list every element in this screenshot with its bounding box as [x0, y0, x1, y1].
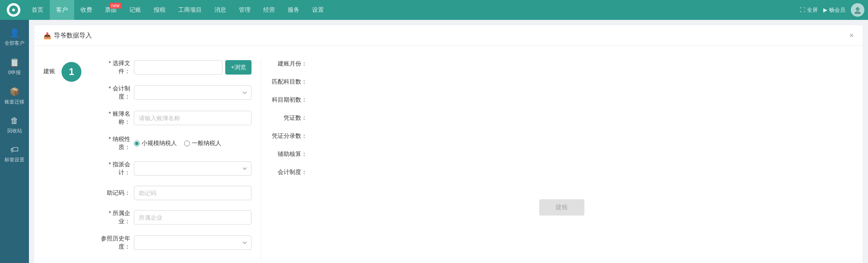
accounting-system-value: [311, 168, 854, 177]
account-system-label: * 会计制度：: [98, 85, 134, 101]
owner-company-label: * 所属企业：: [98, 209, 134, 225]
nav-item-message[interactable]: 消息: [208, 0, 232, 20]
nav-item-manage[interactable]: 管理: [232, 0, 257, 20]
account-system-select[interactable]: [134, 85, 251, 100]
assign-accountant-label: * 指派会计：: [98, 160, 134, 177]
tax-type-label: * 纳税性质：: [98, 135, 134, 151]
nav-item-home[interactable]: 首页: [25, 0, 50, 20]
voucher-count-value: [311, 113, 854, 122]
radio-small-taxpayer[interactable]: 小规模纳税人: [134, 139, 177, 147]
voucher-count-label: 凭证数：: [270, 114, 311, 122]
fullscreen-button[interactable]: ⛶ 全屏: [800, 6, 818, 14]
account-month-label: 建账月份：: [270, 60, 311, 68]
voucher-entries-value: [311, 132, 854, 141]
right-panel: 建账月份： 匹配科目数： 科目期初数： 凭证数：: [261, 59, 854, 260]
create-account-button[interactable]: 建账: [539, 199, 584, 216]
aux-accounting-value: [311, 150, 854, 159]
memo-code-row: 助记码：: [98, 186, 251, 200]
file-input[interactable]: [134, 60, 223, 75]
voucher-entries-row: 凭证分录数：: [270, 132, 854, 141]
panel-header: 📥 导爷数据导入 ×: [34, 25, 863, 46]
app-logo[interactable]: [4, 0, 24, 20]
match-subjects-row: 匹配科目数：: [270, 77, 854, 86]
tax-type-row: * 纳税性质： 小规模纳税人 一般纳税人: [98, 135, 251, 151]
sidebar-item-all-clients[interactable]: 👤 全部客户: [0, 23, 29, 51]
user-avatar[interactable]: [851, 3, 864, 17]
account-system-row: * 会计制度：: [98, 85, 251, 101]
radio-general-taxpayer[interactable]: 一般纳税人: [184, 139, 221, 147]
form-body: 建账 1 * 选择文件： +浏览: [34, 46, 863, 263]
svg-point-0: [856, 7, 859, 11]
member-button[interactable]: ▶ 畅会员: [823, 6, 845, 14]
subject-period-row: 科目期初数：: [270, 95, 854, 104]
nav-item-bookkeeping[interactable]: 记账: [123, 0, 147, 20]
account-name-row: * 账簿名称：: [98, 110, 251, 126]
memo-code-input[interactable]: [134, 186, 251, 200]
declaration-icon: 📋: [9, 57, 19, 67]
sidebar-item-recycle[interactable]: 🗑 回收站: [0, 112, 29, 139]
sidebar-item-migration[interactable]: 📦 账套迁移: [0, 82, 29, 110]
accounting-system-label: 会计制度：: [270, 168, 311, 176]
sidebar: 👤 全部客户 📋 0申报 📦 账套迁移 🗑 回收站 🏷 标签设置: [0, 20, 29, 263]
import-panel: 📥 导爷数据导入 × 建账 1: [34, 25, 863, 263]
content-area: 📥 导爷数据导入 × 建账 1: [29, 20, 868, 263]
sidebar-label-recycle: 回收站: [7, 127, 22, 134]
fullscreen-icon: ⛶: [800, 7, 805, 13]
match-subjects-label: 匹配科目数：: [270, 78, 311, 86]
top-navigation: 首页 客户 收费 票据 new 记账 报税 工商项目 消息 管理 经营 服务 设…: [0, 0, 868, 20]
step-label: 建账: [43, 67, 55, 75]
nav-item-business[interactable]: 工商项目: [172, 0, 208, 20]
tax-type-radio-group: 小规模纳税人 一般纳税人: [134, 139, 251, 147]
subject-period-value: [311, 95, 854, 104]
member-icon: ▶: [823, 7, 827, 13]
nav-item-settings[interactable]: 设置: [306, 0, 330, 20]
main-layout: 👤 全部客户 📋 0申报 📦 账套迁移 🗑 回收站 🏷 标签设置 📥 导: [0, 20, 868, 263]
nav-item-tax[interactable]: 报税: [147, 0, 172, 20]
radio-general-input[interactable]: [184, 141, 190, 146]
sidebar-item-tags[interactable]: 🏷 标签设置: [0, 141, 29, 168]
owner-company-input[interactable]: [134, 210, 251, 225]
account-month-value: [311, 59, 854, 68]
close-button[interactable]: ×: [849, 32, 854, 40]
aux-accounting-label: 辅助核算：: [270, 150, 311, 158]
assign-accountant-row: * 指派会计：: [98, 160, 251, 177]
sidebar-label-all-clients: 全部客户: [5, 40, 24, 47]
match-subjects-value: [311, 77, 854, 86]
nav-item-business2[interactable]: 经营: [257, 0, 281, 20]
sidebar-label-migration: 账套迁移: [5, 99, 24, 105]
sidebar-label-declaration: 0申报: [8, 69, 21, 76]
account-name-label: * 账簿名称：: [98, 110, 134, 126]
owner-company-row: * 所属企业：: [98, 209, 251, 225]
file-row: * 选择文件： +浏览: [98, 59, 251, 75]
step-circle: 1: [62, 62, 81, 82]
ref-year-select[interactable]: [134, 235, 251, 250]
radio-small-input[interactable]: [134, 141, 140, 146]
nav-item-service[interactable]: 服务: [281, 0, 306, 20]
assign-accountant-select[interactable]: [134, 161, 251, 176]
subject-period-label: 科目期初数：: [270, 96, 311, 104]
voucher-entries-label: 凭证分录数：: [270, 132, 311, 140]
sidebar-label-tags: 标签设置: [5, 156, 24, 163]
memo-code-label: 助记码：: [98, 189, 134, 197]
panel-title-icon: 📥: [43, 32, 51, 39]
panel-title: 📥 导爷数据导入: [43, 32, 92, 40]
new-badge: new: [109, 3, 121, 9]
sidebar-item-declaration[interactable]: 📋 0申报: [0, 53, 29, 80]
recycle-icon: 🗑: [10, 116, 19, 126]
account-name-input[interactable]: [134, 111, 251, 125]
accounting-system-row: 会计制度：: [270, 168, 854, 177]
file-input-group: +浏览: [134, 60, 251, 75]
migration-icon: 📦: [9, 87, 19, 97]
svg-point-1: [854, 11, 861, 14]
nav-item-fees[interactable]: 收费: [74, 0, 99, 20]
ref-year-row: 参照历史年度：: [98, 235, 251, 251]
left-form: * 选择文件： +浏览 * 会计制度：: [98, 59, 251, 260]
nav-item-invoices[interactable]: 票据 new: [99, 0, 123, 20]
all-clients-icon: 👤: [9, 28, 19, 38]
nav-item-clients[interactable]: 客户: [50, 0, 74, 20]
account-month-row: 建账月份：: [270, 59, 854, 68]
ref-year-label: 参照历史年度：: [98, 235, 134, 251]
voucher-count-row: 凭证数：: [270, 113, 854, 122]
aux-accounting-row: 辅助核算：: [270, 150, 854, 159]
browse-button[interactable]: +浏览: [225, 60, 251, 75]
